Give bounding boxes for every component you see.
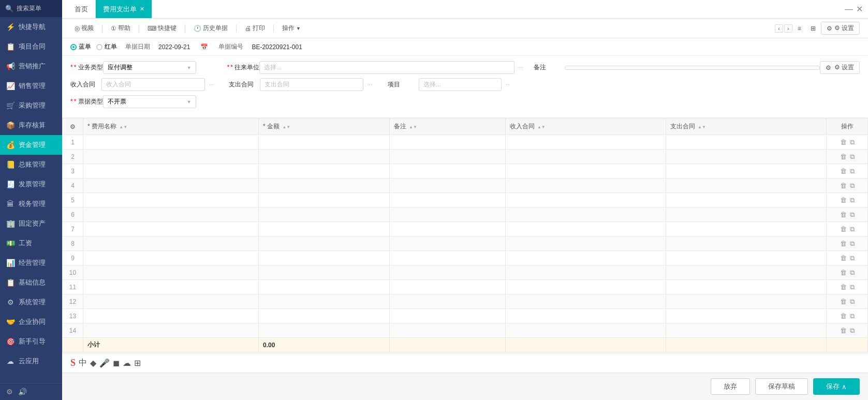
- sidebar-item-invoice[interactable]: 🧾 发票管理: [0, 174, 62, 194]
- row-9-remark[interactable]: [389, 251, 505, 265]
- row-9-income-contract[interactable]: [505, 251, 666, 265]
- delete-icon[interactable]: 🗑: [840, 167, 847, 175]
- row-3-expense-name[interactable]: [83, 164, 259, 179]
- delete-icon[interactable]: 🗑: [840, 240, 847, 248]
- row-8-expense-name[interactable]: [83, 236, 259, 251]
- remark-input[interactable]: [565, 66, 820, 70]
- delete-icon[interactable]: 🗑: [840, 196, 847, 204]
- income-contract-input[interactable]: 收入合同: [101, 78, 205, 91]
- settings-button[interactable]: ⚙ ⚙ 设置: [821, 22, 860, 35]
- row-14-amount[interactable]: [259, 323, 390, 338]
- row-14-income-contract[interactable]: [505, 323, 666, 338]
- delete-icon[interactable]: 🗑: [840, 153, 847, 161]
- sidebar-item-fundmanage[interactable]: 💰 资金管理: [0, 135, 62, 155]
- row-8-expense-contract[interactable]: [666, 236, 826, 251]
- row-12-income-contract[interactable]: [505, 294, 666, 309]
- toolbar-viewlist[interactable]: ≡: [793, 22, 805, 35]
- row-10-expense-contract[interactable]: [666, 265, 826, 280]
- row-5-income-contract[interactable]: [505, 193, 666, 208]
- row-1-income-contract[interactable]: [505, 135, 666, 150]
- sidebar-item-quicknav[interactable]: ⚡ 快捷导航: [0, 17, 62, 37]
- sidebar-item-marketing[interactable]: 📢 营销推广: [0, 56, 62, 76]
- row-2-expense-contract[interactable]: [666, 150, 826, 164]
- sidebar-item-inventory[interactable]: 📦 库存核算: [0, 115, 62, 135]
- row-13-expense-contract[interactable]: [666, 309, 826, 323]
- audio-icon[interactable]: 🔊: [18, 388, 27, 396]
- toolbar-ops[interactable]: 操作 ▼: [278, 23, 305, 34]
- nav-next-button[interactable]: ›: [784, 24, 792, 33]
- form-settings-btn[interactable]: ⚙ ⚙ 设置: [820, 61, 860, 74]
- radio-blue-label[interactable]: 蓝单: [70, 42, 91, 51]
- row-11-expense-contract[interactable]: [666, 280, 826, 294]
- row-6-expense-name[interactable]: [83, 208, 259, 222]
- row-8-remark[interactable]: [389, 236, 505, 251]
- save-button[interactable]: 保存 ∧: [813, 378, 860, 395]
- row-4-expense-contract[interactable]: [666, 179, 826, 193]
- row-9-amount[interactable]: [259, 251, 390, 265]
- footer-icon-cloud[interactable]: ☁: [123, 358, 131, 368]
- sidebar-item-projectcontract[interactable]: 📋 项目合同: [0, 37, 62, 56]
- row-4-amount[interactable]: [259, 179, 390, 193]
- window-close-icon[interactable]: ✕: [856, 4, 863, 14]
- row-3-amount[interactable]: [259, 164, 390, 179]
- row-7-remark[interactable]: [389, 222, 505, 236]
- row-10-income-contract[interactable]: [505, 265, 666, 280]
- row-13-remark[interactable]: [389, 309, 505, 323]
- counterparty-input[interactable]: 选择...: [259, 61, 514, 74]
- tab-home[interactable]: 首页: [67, 0, 96, 18]
- sidebar-item-newguide[interactable]: 🎯 新手引导: [0, 332, 62, 351]
- row-11-amount[interactable]: [259, 280, 390, 294]
- nav-prev-button[interactable]: ‹: [775, 24, 783, 33]
- footer-icon-diamond[interactable]: ◆: [90, 358, 96, 368]
- copy-icon[interactable]: ⧉: [850, 269, 855, 277]
- row-2-remark[interactable]: [389, 150, 505, 164]
- delete-icon[interactable]: 🗑: [840, 225, 847, 233]
- toolbar-history[interactable]: 🕐 历史单据: [189, 23, 232, 34]
- col-config-header[interactable]: ⚙: [63, 118, 83, 135]
- row-12-expense-contract[interactable]: [666, 294, 826, 309]
- copy-icon[interactable]: ⧉: [850, 196, 855, 204]
- row-1-amount[interactable]: [259, 135, 390, 150]
- copy-icon[interactable]: ⧉: [850, 225, 855, 233]
- project-input[interactable]: 选择...: [419, 78, 502, 91]
- col-income-contract[interactable]: 收入合同 ▲▼: [505, 118, 666, 135]
- row-13-income-contract[interactable]: [505, 309, 666, 323]
- row-1-expense-name[interactable]: [83, 135, 259, 150]
- row-5-amount[interactable]: [259, 193, 390, 208]
- sidebar-item-bizcolab[interactable]: 🤝 企业协同: [0, 312, 62, 332]
- radio-red-label[interactable]: 红单: [96, 42, 117, 51]
- row-4-expense-name[interactable]: [83, 179, 259, 193]
- row-11-income-contract[interactable]: [505, 280, 666, 294]
- row-5-remark[interactable]: [389, 193, 505, 208]
- row-11-remark[interactable]: [389, 280, 505, 294]
- row-2-income-contract[interactable]: [505, 150, 666, 164]
- row-9-expense-name[interactable]: [83, 251, 259, 265]
- copy-icon[interactable]: ⧉: [850, 283, 855, 291]
- row-12-remark[interactable]: [389, 294, 505, 309]
- tab-expense[interactable]: 费用支出单 ✕: [96, 0, 152, 18]
- row-4-remark[interactable]: [389, 179, 505, 193]
- copy-icon[interactable]: ⧉: [850, 298, 855, 306]
- row-14-remark[interactable]: [389, 323, 505, 338]
- row-14-expense-contract[interactable]: [666, 323, 826, 338]
- delete-icon[interactable]: 🗑: [840, 283, 847, 291]
- delete-icon[interactable]: 🗑: [840, 138, 847, 146]
- copy-icon[interactable]: ⧉: [850, 153, 855, 161]
- toolbar-video[interactable]: ◎ 视频: [70, 23, 98, 34]
- expense-contract-dots[interactable]: ···: [367, 82, 372, 87]
- delete-icon[interactable]: 🗑: [840, 269, 847, 277]
- footer-icon-grid[interactable]: ⊞: [134, 358, 141, 368]
- window-minimize-icon[interactable]: —: [845, 5, 853, 14]
- copy-icon[interactable]: ⧉: [850, 167, 855, 175]
- sidebar-item-bizmanage[interactable]: 📊 经营管理: [0, 253, 62, 273]
- row-5-expense-contract[interactable]: [666, 193, 826, 208]
- toolbar-help[interactable]: ① 帮助: [107, 23, 135, 34]
- copy-icon[interactable]: ⧉: [850, 138, 855, 146]
- row-2-amount[interactable]: [259, 150, 390, 164]
- row-5-expense-name[interactable]: [83, 193, 259, 208]
- row-8-income-contract[interactable]: [505, 236, 666, 251]
- draft-button[interactable]: 保存草稿: [755, 378, 808, 395]
- copy-icon[interactable]: ⧉: [850, 254, 855, 262]
- counterparty-dots[interactable]: ···: [519, 65, 523, 70]
- delete-icon[interactable]: 🗑: [840, 298, 847, 306]
